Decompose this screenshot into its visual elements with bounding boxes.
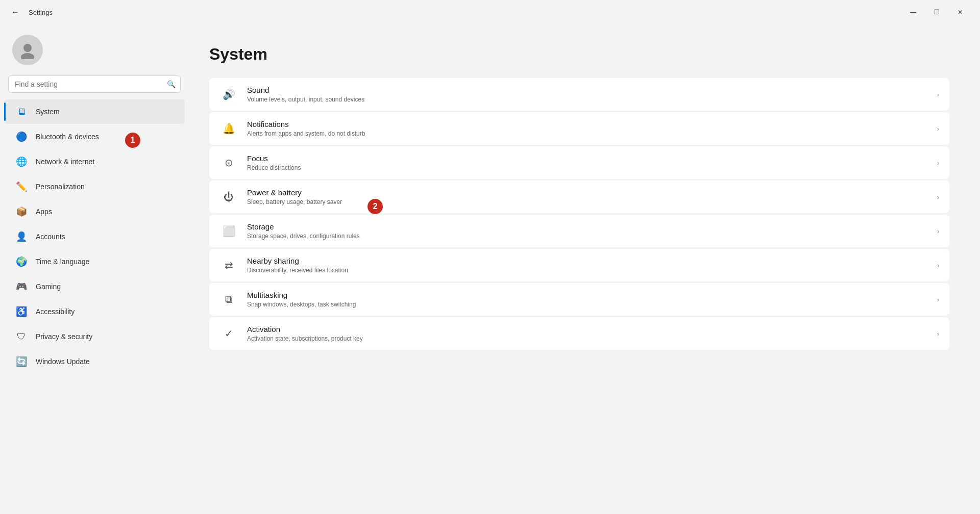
page-title: System <box>209 45 949 64</box>
bluetooth-icon: 🔵 <box>14 130 29 144</box>
back-button[interactable]: ← <box>8 5 22 19</box>
sidebar-item-accessibility[interactable]: ♿Accessibility <box>4 299 185 324</box>
svg-point-1 <box>21 53 34 59</box>
chevron-icon: › <box>937 159 939 167</box>
power-icon: ⏻ <box>219 188 238 206</box>
setting-name-multitasking: Multitasking <box>247 291 928 299</box>
chevron-icon: › <box>937 330 939 338</box>
sidebar-item-privacy[interactable]: 🛡Privacy & security <box>4 324 185 349</box>
apps-icon: 📦 <box>14 204 29 219</box>
sidebar-item-accounts[interactable]: 👤Accounts <box>4 224 185 249</box>
setting-text-nearby: Nearby sharingDiscoverability, received … <box>247 256 928 274</box>
sidebar: 🔍 🖥System🔵Bluetooth & devices🌐Network & … <box>0 24 189 514</box>
sidebar-label-accounts: Accounts <box>36 233 65 241</box>
setting-desc-nearby: Discoverability, received files location <box>247 267 928 274</box>
notifications-icon: 🔔 <box>219 119 238 138</box>
network-icon: 🌐 <box>14 155 29 169</box>
sidebar-label-privacy: Privacy & security <box>36 332 92 341</box>
setting-name-power: Power & battery <box>247 188 928 197</box>
setting-name-focus: Focus <box>247 154 928 163</box>
sound-icon: 🔊 <box>219 85 238 104</box>
sidebar-item-update[interactable]: 🔄Windows Update <box>4 349 185 374</box>
search-input[interactable] <box>8 75 181 93</box>
setting-item-storage[interactable]: ⬜StorageStorage space, drives, configura… <box>209 215 949 247</box>
setting-text-sound: SoundVolume levels, output, input, sound… <box>247 86 928 103</box>
search-box[interactable]: 🔍 <box>8 75 181 93</box>
setting-item-activation[interactable]: ✓ActivationActivation state, subscriptio… <box>209 317 949 350</box>
setting-item-power[interactable]: ⏻Power & batterySleep, battery usage, ba… <box>209 181 949 213</box>
setting-text-power: Power & batterySleep, battery usage, bat… <box>247 188 928 205</box>
accessibility-icon: ♿ <box>14 304 29 319</box>
user-section <box>0 24 189 75</box>
multitasking-icon: ⧉ <box>219 290 238 309</box>
chevron-icon: › <box>937 125 939 133</box>
setting-name-sound: Sound <box>247 86 928 94</box>
chevron-icon: › <box>937 91 939 98</box>
activation-icon: ✓ <box>219 324 238 343</box>
sidebar-label-system: System <box>36 108 60 116</box>
setting-item-sound[interactable]: 🔊SoundVolume levels, output, input, soun… <box>209 78 949 111</box>
time-icon: 🌍 <box>14 254 29 269</box>
setting-text-notifications: NotificationsAlerts from apps and system… <box>247 120 928 137</box>
nearby-icon: ⇄ <box>219 256 238 274</box>
accounts-icon: 👤 <box>14 229 29 244</box>
chevron-icon: › <box>937 227 939 235</box>
close-button[interactable]: ✕ <box>948 4 972 20</box>
setting-desc-focus: Reduce distractions <box>247 164 928 171</box>
setting-name-storage: Storage <box>247 222 928 231</box>
privacy-icon: 🛡 <box>14 329 29 344</box>
sidebar-item-system[interactable]: 🖥System <box>4 99 185 124</box>
sidebar-item-gaming[interactable]: 🎮Gaming <box>4 274 185 299</box>
setting-desc-activation: Activation state, subscriptions, product… <box>247 335 928 342</box>
chevron-icon: › <box>937 193 939 201</box>
sidebar-nav: 🖥System🔵Bluetooth & devices🌐Network & in… <box>0 99 189 514</box>
sidebar-label-personalization: Personalization <box>36 183 85 191</box>
setting-text-storage: StorageStorage space, drives, configurat… <box>247 222 928 240</box>
update-icon: 🔄 <box>14 354 29 369</box>
window-controls: — ❐ ✕ <box>901 4 972 20</box>
setting-desc-notifications: Alerts from apps and system, do not dist… <box>247 130 928 137</box>
search-icon: 🔍 <box>167 80 176 88</box>
setting-desc-power: Sleep, battery usage, battery saver <box>247 198 928 205</box>
minimize-button[interactable]: — <box>901 4 925 20</box>
setting-desc-storage: Storage space, drives, configuration rul… <box>247 233 928 240</box>
personalization-icon: ✏️ <box>14 179 29 194</box>
content-wrapper: System 🔊SoundVolume levels, output, inpu… <box>189 24 980 514</box>
focus-icon: ⊙ <box>219 153 238 172</box>
sidebar-label-apps: Apps <box>36 208 52 216</box>
storage-icon: ⬜ <box>219 222 238 240</box>
setting-item-multitasking[interactable]: ⧉MultitaskingSnap windows, desktops, tas… <box>209 283 949 316</box>
avatar <box>12 35 43 65</box>
app-body: 🔍 🖥System🔵Bluetooth & devices🌐Network & … <box>0 24 980 514</box>
sidebar-label-bluetooth: Bluetooth & devices <box>36 133 99 141</box>
setting-name-nearby: Nearby sharing <box>247 256 928 265</box>
svg-point-0 <box>23 44 32 52</box>
setting-desc-multitasking: Snap windows, desktops, task switching <box>247 301 928 308</box>
setting-item-focus[interactable]: ⊙FocusReduce distractions› <box>209 146 949 179</box>
setting-item-nearby[interactable]: ⇄Nearby sharingDiscoverability, received… <box>209 249 949 281</box>
sidebar-item-apps[interactable]: 📦Apps <box>4 199 185 224</box>
sidebar-item-bluetooth[interactable]: 🔵Bluetooth & devices <box>4 124 185 149</box>
setting-name-activation: Activation <box>247 325 928 333</box>
settings-list: 🔊SoundVolume levels, output, input, soun… <box>209 78 949 350</box>
setting-desc-sound: Volume levels, output, input, sound devi… <box>247 96 928 103</box>
gaming-icon: 🎮 <box>14 279 29 294</box>
maximize-button[interactable]: ❐ <box>925 4 948 20</box>
sidebar-item-personalization[interactable]: ✏️Personalization <box>4 174 185 199</box>
app-title: Settings <box>29 9 895 16</box>
titlebar: ← Settings — ❐ ✕ <box>0 0 980 24</box>
sidebar-item-time[interactable]: 🌍Time & language <box>4 249 185 274</box>
sidebar-item-network[interactable]: 🌐Network & internet <box>4 149 185 174</box>
chevron-icon: › <box>937 296 939 303</box>
main-content: System 🔊SoundVolume levels, output, inpu… <box>189 24 980 370</box>
setting-name-notifications: Notifications <box>247 120 928 128</box>
setting-item-notifications[interactable]: 🔔NotificationsAlerts from apps and syste… <box>209 112 949 145</box>
system-icon: 🖥 <box>14 105 29 119</box>
sidebar-label-time: Time & language <box>36 258 89 266</box>
chevron-icon: › <box>937 262 939 269</box>
setting-text-multitasking: MultitaskingSnap windows, desktops, task… <box>247 291 928 308</box>
sidebar-label-update: Windows Update <box>36 357 90 366</box>
sidebar-label-network: Network & internet <box>36 158 94 166</box>
setting-text-focus: FocusReduce distractions <box>247 154 928 171</box>
sidebar-label-accessibility: Accessibility <box>36 307 75 316</box>
